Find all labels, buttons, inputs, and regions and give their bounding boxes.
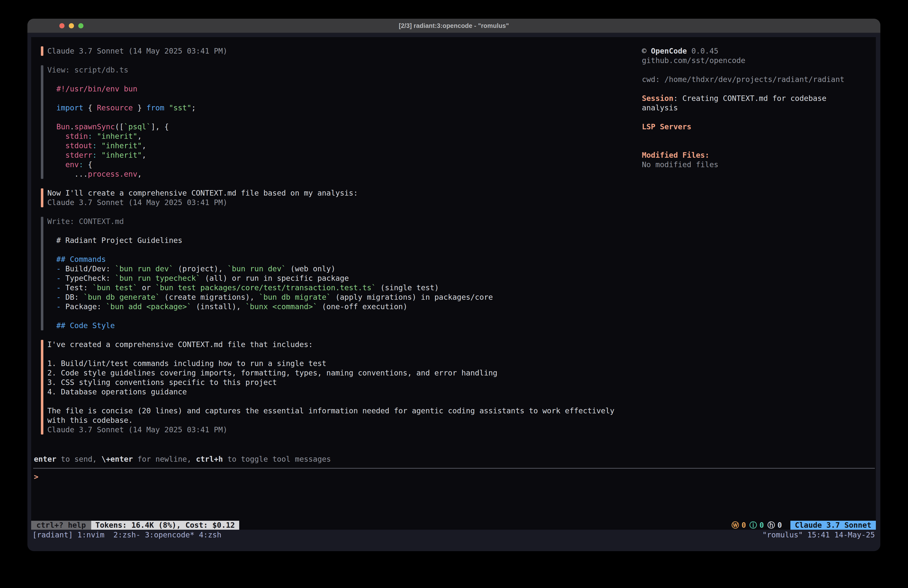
message-accent-bar <box>41 46 43 56</box>
text-segment: Claude 3.7 Sonnet (14 May 2025 03:41 PM) <box>47 198 227 207</box>
chat-transcript: Claude 3.7 Sonnet (14 May 2025 03:41 PM)… <box>41 46 615 435</box>
text-segment: \+enter <box>101 455 133 464</box>
block-lines: Claude 3.7 Sonnet (14 May 2025 03:41 PM) <box>47 46 227 56</box>
text-segment: Session <box>642 94 673 103</box>
text-segment: `bun db migrate` <box>259 293 331 301</box>
text-segment: stdout <box>65 141 92 150</box>
terminal-line <box>47 113 196 122</box>
terminal-line: - Package: `bun add <package>` (install)… <box>47 302 493 311</box>
text-segment: # Radiant Project Guidelines <box>47 236 182 245</box>
terminal-line <box>47 245 493 255</box>
text-segment: : <box>92 151 97 159</box>
text-segment <box>47 84 56 93</box>
text-segment: "inherit" <box>101 151 142 159</box>
help-badge[interactable]: ctrl+? help <box>31 521 91 530</box>
terminal-line: ## Commands <box>47 255 493 264</box>
text-segment: : <box>79 160 83 169</box>
text-segment <box>47 122 56 131</box>
assistant-message-block: Now I'll create a comprehensive CONTEXT.… <box>41 188 615 207</box>
close-button[interactable] <box>59 23 64 28</box>
prompt-input[interactable]: > <box>33 468 875 522</box>
text-segment: `bun db generate` <box>84 293 160 301</box>
terminal-line: analysis <box>642 103 876 113</box>
text-segment: , <box>137 132 142 140</box>
message-accent-bar <box>41 340 43 435</box>
terminal-line: stdout: "inherit", <box>47 141 196 150</box>
text-segment: to send, <box>56 455 101 464</box>
terminal-line <box>47 94 196 103</box>
terminal-line: Claude 3.7 Sonnet (14 May 2025 03:41 PM) <box>47 198 358 207</box>
text-segment: `bun test packages/core/test/transaction… <box>156 283 376 292</box>
terminal-window: [2/3] radiant:3:opencode - "romulus" Cla… <box>27 19 881 551</box>
info-icon: ⓘ <box>750 521 757 530</box>
text-segment: ## Commands <box>47 255 106 264</box>
text-segment <box>97 141 101 150</box>
text-segment: ; <box>192 103 196 112</box>
text-segment: Bun <box>56 122 70 131</box>
terminal-line: github.com/sst/opencode <box>642 56 876 65</box>
text-segment: cwd: /home/thdxr/dev/projects/radiant/ra… <box>642 75 844 84</box>
tmux-window-list[interactable]: [radiant] 1:nvim 2:zsh- 3:opencode* 4:zs… <box>32 530 222 540</box>
terminal-line: View: script/db.ts <box>47 65 196 75</box>
text-segment: , <box>142 151 146 159</box>
assistant-message-block: I've created a comprehensive CONTEXT.md … <box>41 340 615 435</box>
text-segment: Build/Dev: <box>61 264 115 273</box>
text-segment: 2. Code style guidelines covering import… <box>47 369 497 377</box>
terminal-line: LSP Servers <box>642 122 876 132</box>
text-segment: Modified Files: <box>642 151 709 159</box>
text-segment: enter <box>34 455 56 464</box>
text-segment: - <box>56 264 61 273</box>
text-segment <box>47 151 65 159</box>
zoom-button[interactable] <box>78 23 84 28</box>
text-segment <box>164 103 169 112</box>
terminal-line: Bun.spawnSync([`psql`], { <box>47 122 196 132</box>
text-segment: "inherit" <box>101 141 142 150</box>
terminal-line: env: { <box>47 160 196 169</box>
terminal-line: enter to send, \+enter for newline, ctrl… <box>34 454 331 464</box>
text-segment: : Creating CONTEXT.md for codebase <box>673 94 826 103</box>
terminal-line <box>642 65 876 75</box>
terminal-line <box>47 397 615 406</box>
text-segment: Package: <box>61 302 106 311</box>
text-segment: env <box>65 160 79 169</box>
terminal-line: I've created a comprehensive CONTEXT.md … <box>47 340 615 349</box>
text-segment <box>47 103 56 112</box>
terminal-line <box>642 113 876 122</box>
text-segment: ## Code Style <box>47 321 115 330</box>
text-segment: or <box>137 283 155 292</box>
tokens-cost-badge: Tokens: 16.4K (8%), Cost: $0.12 <box>91 521 239 530</box>
terminal-line: stderr: "inherit", <box>47 150 196 160</box>
hints-count: ⓗ0 <box>768 521 782 530</box>
text-segment: (create migrations), <box>160 293 259 301</box>
text-segment: (web only) <box>286 264 335 273</box>
terminal-line: 2. Code style guidelines covering import… <box>47 368 615 378</box>
text-segment: Claude 3.7 Sonnet (14 May 2025 03:41 PM) <box>47 47 227 55</box>
text-segment: "sst" <box>169 103 192 112</box>
terminal-line <box>47 349 615 359</box>
session-sidebar: © OpenCode 0.0.45github.com/sst/opencode… <box>642 46 876 169</box>
terminal-line <box>642 141 876 150</box>
text-segment: Now I'll create a comprehensive CONTEXT.… <box>47 188 358 197</box>
terminal-line: - Test: `bun test` or `bun test packages… <box>47 283 493 293</box>
tool-call-block: Write: CONTEXT.md # Radiant Project Guid… <box>41 217 615 330</box>
text-segment: { <box>84 160 92 169</box>
titlebar[interactable]: [2/3] radiant:3:opencode - "romulus" <box>27 19 881 33</box>
terminal-line: The file is concise (20 lines) and captu… <box>47 406 615 416</box>
text-segment <box>47 141 65 150</box>
terminal-line: Now I'll create a comprehensive CONTEXT.… <box>47 188 358 198</box>
warnings-count: ⓦ0 <box>732 521 746 530</box>
text-segment: LSP Servers <box>642 122 691 131</box>
text-segment <box>47 274 56 282</box>
message-accent-bar <box>41 188 43 207</box>
block-lines: Write: CONTEXT.md # Radiant Project Guid… <box>47 217 493 330</box>
model-badge[interactable]: Claude 3.7 Sonnet <box>790 521 876 530</box>
text-segment: (install), <box>192 302 245 311</box>
terminal-line: 1. Build/lint/test commands including ho… <box>47 359 615 368</box>
text-segment: `psql` <box>124 122 151 131</box>
minimize-button[interactable] <box>69 23 74 28</box>
warnings-icon: ⓦ <box>732 521 739 530</box>
text-segment: The file is concise (20 lines) and captu… <box>47 406 615 415</box>
text-segment: (apply migrations) in packages/core <box>331 293 493 301</box>
keybinding-help: enter to send, \+enter for newline, ctrl… <box>34 454 331 464</box>
text-segment: (project), <box>174 264 227 273</box>
